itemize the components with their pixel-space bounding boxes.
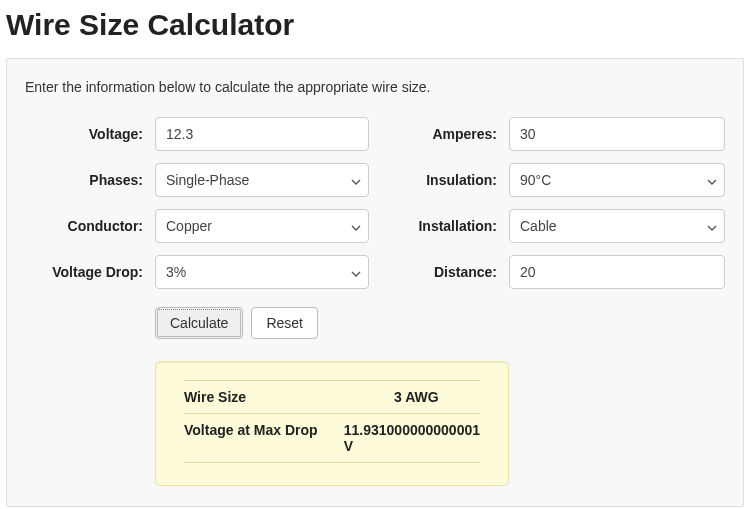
vmax-label: Voltage at Max Drop [184,422,344,454]
voltage-input[interactable] [155,117,369,151]
insulation-label: Insulation: [409,172,509,188]
installation-label: Installation: [409,218,509,234]
vmax-value: 11.931000000000001 V [344,422,480,454]
phases-label: Phases: [25,172,155,188]
distance-label: Distance: [409,264,509,280]
calculator-panel: Enter the information below to calculate… [6,58,744,507]
conductor-label: Conductor: [25,218,155,234]
form-grid: Voltage: Amperes: Phases: Single-Phase I… [25,117,725,486]
reset-button[interactable]: Reset [251,307,318,339]
amperes-label: Amperes: [409,126,509,142]
result-row-wire-size: Wire Size 3 AWG [184,380,480,413]
result-box: Wire Size 3 AWG Voltage at Max Drop 11.9… [155,361,509,486]
conductor-select[interactable]: Copper [155,209,369,243]
page-title: Wire Size Calculator [6,8,744,42]
installation-select[interactable]: Cable [509,209,725,243]
voltage-label: Voltage: [25,126,155,142]
calculate-button[interactable]: Calculate [155,307,243,339]
insulation-select[interactable]: 90°C [509,163,725,197]
intro-text: Enter the information below to calculate… [25,79,725,95]
result-row-vmax: Voltage at Max Drop 11.931000000000001 V [184,413,480,463]
voltage-drop-select[interactable]: 3% [155,255,369,289]
wire-size-value: 3 AWG [394,389,439,405]
amperes-input[interactable] [509,117,725,151]
phases-select[interactable]: Single-Phase [155,163,369,197]
voltage-drop-label: Voltage Drop: [25,264,155,280]
distance-input[interactable] [509,255,725,289]
wire-size-label: Wire Size [184,389,394,405]
